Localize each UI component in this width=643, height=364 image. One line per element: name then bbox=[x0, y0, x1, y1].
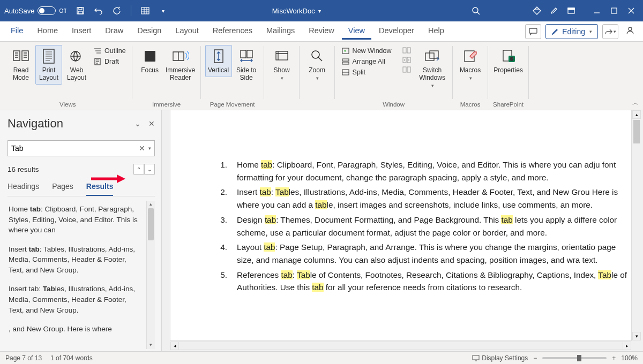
switch-windows-button[interactable]: Switch Windows ▾ bbox=[416, 45, 448, 92]
autosave-group: AutoSave Off bbox=[4, 6, 66, 15]
zoom-slider[interactable] bbox=[542, 357, 607, 359]
collapse-ribbon-icon[interactable]: ︿ bbox=[632, 98, 639, 108]
comments-icon[interactable] bbox=[525, 24, 541, 39]
qat-customize-icon[interactable]: ▾ bbox=[156, 3, 171, 18]
tab-file[interactable]: File bbox=[4, 23, 29, 40]
search-dropdown-icon[interactable]: ▾ bbox=[148, 146, 151, 151]
chevron-down-icon: ▾ bbox=[318, 8, 321, 14]
result-item[interactable]: , and New Group. Here is where bbox=[8, 321, 145, 340]
scroll-left-icon[interactable]: ◂ bbox=[170, 342, 179, 350]
zoom-level[interactable]: 100% bbox=[621, 354, 638, 362]
tab-developer[interactable]: Developer bbox=[372, 23, 421, 40]
focus-button[interactable]: Focus bbox=[137, 45, 163, 77]
group-macros: Macros▾ Macros bbox=[453, 43, 488, 110]
diamond-icon[interactable] bbox=[529, 3, 544, 18]
arrange-all-button[interactable]: Arrange All bbox=[339, 57, 394, 66]
reset-window-button[interactable] bbox=[400, 65, 413, 74]
next-result-button[interactable]: ⌄ bbox=[144, 164, 155, 175]
view-side-by-side-button[interactable] bbox=[400, 46, 413, 55]
redo-icon[interactable] bbox=[109, 3, 124, 18]
results-list: Home tab: Clipboard, Font, Paragraph, St… bbox=[8, 201, 155, 349]
side-to-side-button[interactable]: Side to Side bbox=[233, 45, 260, 85]
page-indicator[interactable]: Page 7 of 13 bbox=[5, 354, 42, 362]
chevron-down-icon[interactable]: ⌄ bbox=[134, 119, 141, 128]
status-bar: Page 7 of 13 1 of 704 words Display Sett… bbox=[0, 351, 643, 364]
display-settings-button[interactable]: Display Settings bbox=[472, 354, 528, 362]
group-label: SharePoint bbox=[493, 101, 524, 109]
save-icon[interactable] bbox=[73, 3, 88, 18]
tab-design[interactable]: Design bbox=[131, 23, 168, 40]
horizontal-scrollbar[interactable]: ◂ ▸ bbox=[170, 342, 631, 350]
result-item[interactable]: Home tab: Clipboard, Font, Paragraph, St… bbox=[8, 201, 145, 241]
macros-button[interactable]: Macros▾ bbox=[457, 45, 484, 85]
undo-icon[interactable] bbox=[91, 3, 106, 18]
document-title[interactable]: MiscWorkDoc ▾ bbox=[171, 7, 422, 15]
scroll-right-icon[interactable]: ▸ bbox=[623, 342, 631, 350]
list-item: 5.References tab: Table of Contents, Foo… bbox=[216, 269, 631, 294]
tab-layout[interactable]: Layout bbox=[169, 23, 205, 40]
group-sharepoint: SProperties SharePoint bbox=[488, 43, 529, 110]
scroll-up-icon[interactable]: ▴ bbox=[147, 201, 155, 208]
group-views: Read Mode Print Layout Web Layout Outlin… bbox=[3, 43, 132, 110]
editing-mode-button[interactable]: Editing ▾ bbox=[545, 24, 598, 39]
word-count[interactable]: 1 of 704 words bbox=[50, 354, 93, 362]
new-window-button[interactable]: New Window bbox=[339, 46, 394, 56]
brush-icon[interactable] bbox=[547, 3, 562, 18]
zoom-out-button[interactable]: − bbox=[533, 354, 537, 362]
read-mode-button[interactable]: Read Mode bbox=[8, 45, 34, 85]
scroll-up-icon[interactable]: ▴ bbox=[632, 110, 641, 119]
tab-pages[interactable]: Pages bbox=[52, 182, 73, 196]
search-value: Tab bbox=[11, 144, 24, 153]
tab-view[interactable]: View bbox=[342, 23, 371, 40]
zoom-button[interactable]: Zoom▾ bbox=[304, 45, 331, 85]
nav-scrollbar[interactable]: ▴ ▾ bbox=[146, 201, 155, 349]
nav-search-input[interactable]: Tab ✕▾ bbox=[8, 140, 155, 156]
result-item[interactable]: Insert tab: Tables, Illustrations, Add-i… bbox=[8, 280, 145, 321]
tab-help[interactable]: Help bbox=[422, 23, 451, 40]
tab-results[interactable]: Results bbox=[86, 182, 114, 196]
account-icon[interactable] bbox=[623, 26, 638, 37]
immersive-reader-button[interactable]: Immersive Reader bbox=[165, 45, 197, 85]
search-area[interactable] bbox=[422, 6, 529, 15]
ribbon-display-icon[interactable] bbox=[564, 3, 579, 18]
scroll-thumb[interactable] bbox=[148, 208, 154, 240]
tab-headings[interactable]: Headings bbox=[8, 182, 39, 196]
properties-button[interactable]: SProperties bbox=[492, 45, 525, 77]
draft-button[interactable]: Draft bbox=[91, 57, 128, 66]
vertical-button[interactable]: Vertical bbox=[205, 45, 232, 77]
table-icon[interactable] bbox=[138, 3, 153, 18]
page[interactable]: 1.Home tab: Clipboard, Font, Paragraph, … bbox=[170, 110, 631, 340]
clear-icon[interactable]: ✕ bbox=[139, 144, 145, 153]
vertical-scrollbar[interactable]: ▴ ▾ bbox=[632, 110, 641, 340]
scroll-down-icon[interactable]: ▾ bbox=[147, 342, 155, 349]
svg-rect-6 bbox=[568, 8, 574, 10]
tab-review[interactable]: Review bbox=[302, 23, 341, 40]
close-icon[interactable]: ✕ bbox=[148, 119, 155, 128]
outline-button[interactable]: Outline bbox=[91, 46, 128, 56]
minimize-icon[interactable] bbox=[589, 3, 604, 18]
group-label: Macros bbox=[460, 101, 481, 109]
svg-rect-10 bbox=[13, 51, 20, 60]
result-item[interactable]: Insert tab: Tables, Illustrations, Add-i… bbox=[8, 241, 145, 281]
sync-scroll-button[interactable] bbox=[400, 56, 413, 64]
zoom-in-button[interactable]: + bbox=[612, 354, 616, 362]
group-label: Window bbox=[383, 101, 405, 109]
svg-rect-19 bbox=[276, 51, 288, 60]
autosave-toggle[interactable] bbox=[38, 6, 56, 15]
tab-home[interactable]: Home bbox=[31, 23, 64, 40]
tab-references[interactable]: References bbox=[206, 23, 259, 40]
tab-draw[interactable]: Draw bbox=[99, 23, 130, 40]
prev-result-button[interactable]: ⌃ bbox=[133, 164, 144, 175]
share-button[interactable]: ▾ bbox=[602, 24, 618, 39]
close-icon[interactable] bbox=[624, 3, 639, 18]
show-button[interactable]: Show▾ bbox=[268, 45, 295, 85]
print-layout-button[interactable]: Print Layout bbox=[35, 45, 62, 85]
scroll-down-icon[interactable]: ▾ bbox=[632, 332, 641, 340]
tab-mailings[interactable]: Mailings bbox=[260, 23, 301, 40]
split-button[interactable]: Split bbox=[339, 67, 394, 77]
maximize-icon[interactable] bbox=[607, 3, 622, 18]
svg-rect-15 bbox=[145, 51, 155, 62]
tab-insert[interactable]: Insert bbox=[65, 23, 98, 40]
web-layout-button[interactable]: Web Layout bbox=[63, 45, 90, 85]
scroll-thumb[interactable] bbox=[633, 120, 640, 143]
